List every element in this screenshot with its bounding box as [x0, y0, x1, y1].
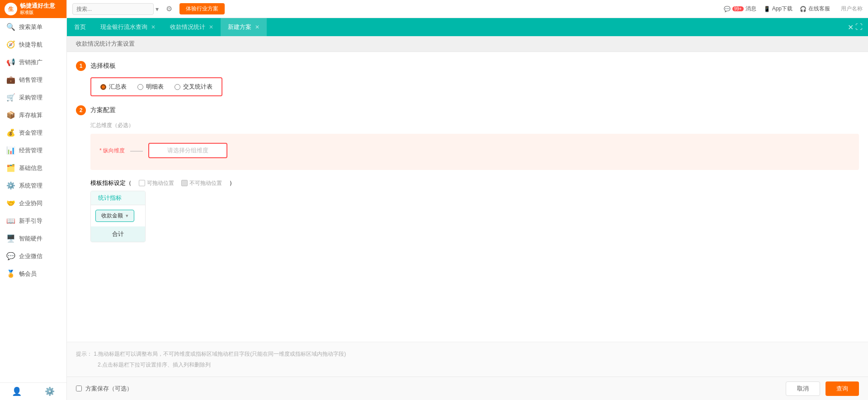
save-checkbox[interactable]: [76, 386, 82, 391]
sidebar-item-12[interactable]: 🖥️智能硬件: [0, 230, 66, 247]
tab-receipts[interactable]: 收款情况统计 ✕: [163, 18, 221, 36]
sidebar-label-9: 系统管理: [19, 182, 42, 190]
notification-btn[interactable]: 💬 99+ 消息: [724, 5, 756, 13]
tab-home[interactable]: 首页: [67, 18, 93, 36]
sidebar-item-13[interactable]: 💬企业微信: [0, 247, 66, 265]
notif-label: 消息: [745, 5, 756, 13]
sidebar-item-1[interactable]: 🧭快捷导航: [0, 36, 66, 53]
notif-badge: 99+: [732, 6, 744, 11]
sidebar-item-2[interactable]: 📢营销推广: [0, 53, 66, 71]
content-area: 收款情况统计方案设置 1 选择模板 汇总表: [67, 36, 868, 376]
tab-close-btn[interactable]: ✕: [848, 23, 854, 32]
vertical-dim-row: * 纵向维度 —— 请选择分组维度: [99, 143, 227, 158]
radio-detail[interactable]: 明细表: [137, 83, 164, 91]
sidebar-icon-4: 🛒: [6, 93, 15, 102]
tab-expand-btn[interactable]: ⛶: [855, 23, 863, 31]
sidebar-footer: 👤 ⚙️: [0, 382, 66, 400]
tab-new-plan-close[interactable]: ✕: [255, 24, 259, 30]
tip-2: 2.点击标题栏下拉可设置排序、插入列和删除列: [76, 359, 859, 370]
metrics-tag-label: 收款金额: [101, 212, 123, 220]
metrics-section-label: 模板指标设定（: [90, 179, 132, 187]
sidebar-item-0[interactable]: 🔍搜索菜单: [0, 18, 66, 36]
sidebar-label-7: 经营管理: [19, 146, 42, 155]
sidebar-icon-14: 🏅: [6, 269, 15, 278]
footer-actions: 取消 查询: [786, 381, 859, 396]
app-download-btn[interactable]: 📱 App下载: [764, 5, 793, 13]
sidebar-item-10[interactable]: 🤝企业协同: [0, 194, 66, 212]
sidebar-item-14[interactable]: 🏅畅会员: [0, 265, 66, 282]
sidebar-footer-user[interactable]: 👤: [12, 386, 22, 396]
cancel-button[interactable]: 取消: [786, 381, 820, 396]
dimension-label-text: 汇总维度（必选）: [90, 122, 134, 128]
dropdown-icon[interactable]: ▾: [156, 5, 159, 13]
tabs-right: ✕ ⛶: [842, 18, 868, 36]
step1-num: 1: [76, 61, 86, 71]
sidebar-item-6[interactable]: 💰资金管理: [0, 124, 66, 141]
sidebar-item-8[interactable]: 🗂️基础信息: [0, 159, 66, 177]
service-btn[interactable]: 🎧 在线客服: [800, 5, 830, 13]
topbar-right: 💬 99+ 消息 📱 App下载 🎧 在线客服 用户名称: [724, 5, 863, 13]
tag-dropdown-icon[interactable]: ▾: [126, 213, 128, 219]
page-breadcrumb: 收款情况统计方案设置: [67, 36, 868, 52]
service-icon: 🎧: [800, 6, 807, 12]
sidebar: 生 畅捷通好生意 标准版 🔍搜索菜单🧭快捷导航📢营销推广💼销售管理🛒采购管理📦库…: [0, 0, 67, 400]
topbar: ▾ ⚙ 体验行业方案 💬 99+ 消息 📱 App下载 🎧 在线客服 用户名称: [67, 0, 868, 18]
search-input[interactable]: [72, 3, 154, 15]
app-logo: 生 畅捷通好生意 标准版: [0, 0, 66, 18]
sidebar-item-11[interactable]: 📖新手引导: [0, 212, 66, 230]
query-button[interactable]: 查询: [826, 381, 859, 396]
sidebar-label-12: 智能硬件: [19, 235, 42, 243]
sidebar-footer-settings[interactable]: ⚙️: [45, 386, 55, 396]
tab-cashflow[interactable]: 现金银行流水查询 ✕: [93, 18, 163, 36]
sidebar-item-5[interactable]: 📦库存核算: [0, 106, 66, 124]
sidebar-icon-9: ⚙️: [6, 181, 15, 190]
logo-text: 畅捷通好生意: [20, 2, 55, 9]
step2-body: 汇总维度（必选） * 纵向维度 —— 请选择分组维度: [76, 122, 859, 244]
metrics-tag-cell: 收款金额 ▾: [91, 205, 145, 226]
tab-cashflow-close[interactable]: ✕: [151, 24, 156, 30]
radio-summary-input[interactable]: [100, 84, 106, 90]
dimension-config-label: 汇总维度（必选）: [90, 122, 859, 129]
radio-summary[interactable]: 汇总表: [100, 83, 127, 91]
sidebar-icon-5: 📦: [6, 111, 15, 119]
tab-receipts-close[interactable]: ✕: [209, 24, 213, 30]
step1-section: 1 选择模板 汇总表 明细表: [76, 61, 859, 96]
step2-header: 2 方案配置: [76, 105, 859, 115]
dim-select-btn[interactable]: 请选择分组维度: [148, 143, 227, 158]
metrics-close: ）: [229, 179, 235, 187]
tabs-bar: 首页 现金银行流水查询 ✕ 收款情况统计 ✕ 新建方案 ✕ ✕ ⛶: [67, 18, 868, 36]
fixed-icon: [181, 180, 188, 186]
trial-btn[interactable]: 体验行业方案: [179, 3, 225, 14]
footer-bar: 方案保存（可选） 取消 查询: [67, 376, 868, 400]
gear-icon[interactable]: ⚙: [166, 5, 172, 13]
sidebar-label-8: 基础信息: [19, 164, 42, 172]
search-area: ▾: [72, 3, 159, 15]
sidebar-icon-11: 📖: [6, 216, 15, 225]
metrics-section: 模板指标设定（ 可拖动位置 不可拖动位置 ）: [90, 179, 859, 244]
sidebar-label-1: 快捷导航: [19, 41, 42, 49]
radio-cross-label: 交叉统计表: [183, 83, 212, 91]
step1-title: 选择模板: [90, 62, 116, 70]
sidebar-nav: 🔍搜索菜单🧭快捷导航📢营销推广💼销售管理🛒采购管理📦库存核算💰资金管理📊经营管理…: [0, 18, 66, 382]
metrics-subtotal-cell: 合计: [91, 226, 145, 242]
sidebar-item-7[interactable]: 📊经营管理: [0, 141, 66, 159]
tab-new-plan[interactable]: 新建方案 ✕: [221, 18, 267, 36]
sidebar-label-4: 采购管理: [19, 94, 42, 102]
sidebar-item-3[interactable]: 💼销售管理: [0, 71, 66, 89]
radio-summary-label: 汇总表: [109, 83, 127, 91]
sidebar-label-13: 企业微信: [19, 252, 42, 260]
sidebar-item-9[interactable]: ⚙️系统管理: [0, 177, 66, 194]
sidebar-label-0: 搜索菜单: [19, 23, 42, 31]
radio-cross[interactable]: 交叉统计表: [175, 83, 212, 91]
sidebar-icon-2: 📢: [6, 58, 15, 66]
subtotal-label: 合计: [112, 231, 124, 237]
movable-label: 可拖动位置: [147, 179, 174, 187]
sidebar-label-14: 畅会员: [19, 270, 37, 278]
metrics-tag[interactable]: 收款金额 ▾: [95, 210, 134, 222]
radio-cross-input[interactable]: [175, 84, 180, 90]
dim-arrow: ——: [130, 147, 143, 154]
hint-fixed: 不可拖动位置: [181, 179, 222, 187]
radio-detail-input[interactable]: [137, 84, 143, 90]
sidebar-item-4[interactable]: 🛒采购管理: [0, 89, 66, 106]
sidebar-label-11: 新手引导: [19, 217, 42, 225]
